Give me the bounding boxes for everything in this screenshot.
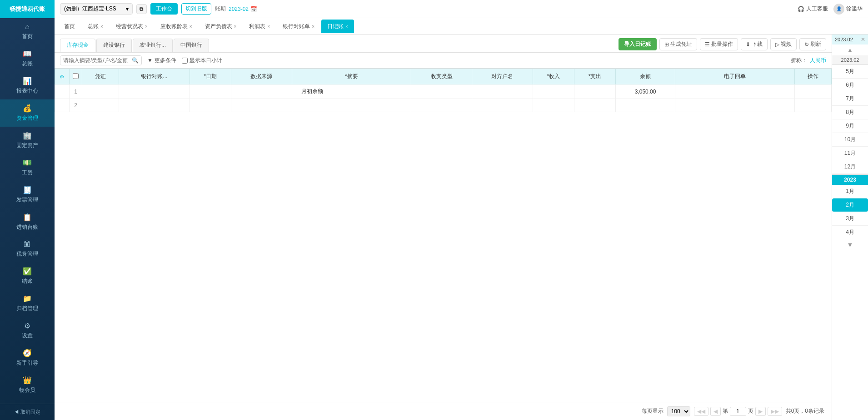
calendar-scroll-down[interactable]: ▼ — [832, 239, 868, 250]
sidebar-item-home[interactable]: ⌂ 首页 — [0, 18, 55, 45]
close-tab-status[interactable]: × — [145, 24, 148, 29]
generate-voucher-button[interactable]: ⊞ 生成凭证 — [659, 38, 697, 50]
calendar-scroll-up[interactable]: ▲ — [832, 44, 868, 55]
close-tab-profit[interactable]: × — [267, 24, 270, 29]
page-nav: ◀◀ ◀ 第 页 ▶ ▶▶ — [694, 407, 782, 416]
unpin-sidebar[interactable]: ◀ 取消固定 — [0, 404, 55, 420]
sidebar-item-ledger[interactable]: 📖 总账 — [0, 45, 55, 72]
calendar-icon: 📅 — [250, 6, 257, 12]
cal-month-9[interactable]: 9月 — [832, 119, 868, 133]
select-all-checkbox[interactable] — [73, 73, 79, 79]
sidebar-item-assets[interactable]: 🏢 固定资产 — [0, 127, 55, 154]
close-tab-assets[interactable]: × — [234, 24, 237, 29]
bank-tab-ccb[interactable]: 建设银行 — [96, 39, 132, 52]
sidebar-item-invoice[interactable]: 🧾 发票管理 — [0, 181, 55, 208]
cal-month-11[interactable]: 11月 — [832, 147, 868, 160]
switch-version-button[interactable]: 切到旧版 — [181, 3, 211, 15]
bank-tab-boc[interactable]: 中国银行 — [174, 39, 209, 52]
avatar: 👤 — [833, 4, 844, 15]
tab-diary[interactable]: 日记账 × — [321, 20, 354, 33]
sidebar-item-sales[interactable]: 📋 进销台账 — [0, 208, 55, 236]
page-number-input[interactable] — [730, 407, 746, 416]
close-tab-ledger[interactable]: × — [100, 24, 103, 29]
tab-assets[interactable]: 资产负债表 × — [199, 20, 243, 33]
close-calendar-icon[interactable]: ✕ — [861, 36, 865, 43]
cal-month-3[interactable]: 3月 — [832, 212, 868, 226]
pagination-bar: 每页显示 100 50 200 ◀◀ ◀ 第 页 ▶ ▶▶ 共0页，0条记录 — [55, 402, 832, 420]
diary-table-container: ⚙ 凭证 银行对账... *日期 数据来源 *摘要 收支类型 对方户名 — [55, 69, 832, 402]
tab-bankbook[interactable]: 银行对账单 × — [277, 20, 320, 33]
tab-status[interactable]: 经营状况表 × — [110, 20, 154, 33]
cal-month-4[interactable]: 4月 — [832, 226, 868, 239]
sidebar-item-settle[interactable]: ✅ 结账 — [0, 262, 55, 290]
tab-ledger[interactable]: 总账 × — [82, 20, 109, 33]
row-expense-cell — [574, 84, 615, 99]
first-page-button[interactable]: ◀◀ — [694, 407, 708, 416]
row-settings-cell — [55, 99, 70, 112]
sidebar-item-archive[interactable]: 📁 归档管理 — [0, 290, 55, 317]
tab-receivable[interactable]: 应收账龄表 × — [155, 20, 198, 33]
col-date: *日期 — [190, 69, 231, 84]
cal-month-5[interactable]: 5月 — [832, 65, 868, 79]
cal-month-7[interactable]: 7月 — [832, 92, 868, 106]
assets-icon: 🏢 — [23, 131, 32, 140]
show-daily-checkbox-label[interactable]: 显示本日小计 — [182, 57, 222, 64]
batch-operation-button[interactable]: ☰ 批量操作 — [700, 38, 738, 50]
sidebar-item-fund[interactable]: 💰 资金管理 — [0, 99, 55, 127]
cal-month-2[interactable]: 2月 — [832, 198, 868, 212]
archive-icon: 📁 — [23, 294, 32, 303]
sidebar-item-salary[interactable]: 💵 工资 — [0, 154, 55, 181]
user-menu[interactable]: 👤 徐滥华 — [833, 4, 863, 15]
cal-month-10[interactable]: 10月 — [832, 133, 868, 147]
col-bank-match: 银行对账... — [119, 69, 190, 84]
cal-month-6[interactable]: 6月 — [832, 79, 868, 92]
row-counterparty-cell — [472, 99, 533, 112]
diary-table: ⚙ 凭证 银行对账... *日期 数据来源 *摘要 收支类型 对方户名 — [55, 69, 832, 112]
cal-year-divider: 2023 — [832, 174, 868, 185]
row-bank-match-cell — [119, 99, 190, 112]
col-checkbox[interactable] — [70, 69, 82, 84]
show-daily-checkbox[interactable] — [182, 58, 188, 64]
download-button[interactable]: ⬇ 下载 — [741, 38, 768, 50]
dropdown-arrow-icon: ▾ — [126, 6, 129, 12]
bank-tab-abc[interactable]: 农业银行... — [133, 39, 173, 52]
tab-home[interactable]: 首页 — [58, 20, 81, 33]
currency-display: 折称： 人民币 — [791, 57, 826, 64]
column-settings-icon[interactable]: ⚙ — [60, 74, 65, 80]
prev-page-button[interactable]: ◀ — [710, 407, 721, 416]
generate-icon: ⊞ — [664, 41, 669, 48]
workspace-button[interactable]: 工作台 — [150, 3, 178, 15]
invoice-icon: 🧾 — [23, 186, 32, 194]
video-button[interactable]: ▷ 视频 — [770, 38, 797, 50]
cal-month-1[interactable]: 1月 — [832, 185, 868, 198]
calendar-panel: 2023.02 ✕ ▲ 2023.02 5月 6月 7月 8月 9月 10月 — [832, 35, 868, 420]
bank-tab-cash[interactable]: 库存现金 — [60, 39, 95, 52]
headset-icon: 🎧 — [798, 6, 804, 12]
copy-button[interactable]: ⧉ — [136, 4, 147, 14]
sidebar-item-reports[interactable]: 📊 报表中心 — [0, 72, 55, 99]
search-input[interactable] — [63, 57, 130, 64]
sidebar-item-settings[interactable]: ⚙ 设置 — [0, 317, 55, 344]
topbar-right: 🎧 人工客服 👤 徐滥华 — [798, 4, 863, 15]
last-page-button[interactable]: ▶▶ — [768, 407, 782, 416]
cal-month-12[interactable]: 12月 — [832, 160, 868, 174]
page-size-select[interactable]: 100 50 200 — [667, 406, 690, 416]
app-logo: 畅捷通易代账 — [0, 0, 55, 18]
close-tab-receivable[interactable]: × — [190, 24, 192, 29]
refresh-button[interactable]: ↻ 刷新 — [799, 38, 826, 50]
col-settings[interactable]: ⚙ — [55, 69, 70, 84]
human-service-button[interactable]: 🎧 人工客服 — [798, 5, 828, 13]
sidebar-item-guide[interactable]: 🧭 新手引导 — [0, 344, 55, 371]
next-page-button[interactable]: ▶ — [755, 407, 766, 416]
row-expense-cell — [574, 99, 615, 112]
company-selector[interactable]: (勿删）江西超宝-LSS ▾ — [60, 3, 133, 15]
close-tab-diary[interactable]: × — [345, 24, 348, 29]
sidebar-item-member[interactable]: 👑 畅会员 — [0, 371, 55, 399]
tab-profit[interactable]: 利润表 × — [243, 20, 276, 33]
cal-month-8[interactable]: 8月 — [832, 106, 868, 119]
filter-button[interactable]: ▼ 更多条件 — [147, 57, 176, 64]
sidebar-item-tax[interactable]: 🏛 税务管理 — [0, 236, 55, 262]
col-counterparty: 对方户名 — [472, 69, 533, 84]
close-tab-bankbook[interactable]: × — [312, 24, 314, 29]
import-diary-button[interactable]: 导入日记账 — [619, 38, 657, 50]
